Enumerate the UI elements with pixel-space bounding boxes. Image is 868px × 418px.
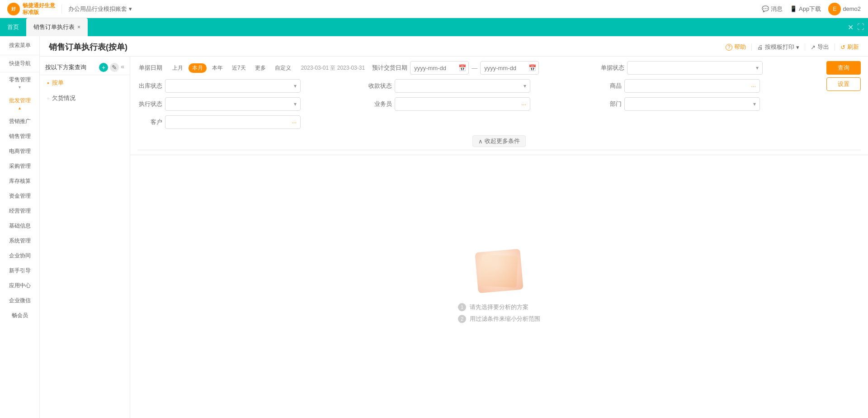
system-label: 系统管理 <box>9 237 31 245</box>
window-close-btn[interactable]: ✕ <box>848 23 854 32</box>
app-download-btn[interactable]: 📱 App下载 <box>790 5 821 13</box>
scheme-item-order[interactable]: ● 按单 <box>40 75 130 90</box>
date-tab-more[interactable]: 更多 <box>251 63 269 73</box>
sidebar-item-appcenter[interactable]: 应用中心 <box>0 278 39 293</box>
sidebar-item-inventory[interactable]: 库存核算 <box>0 174 39 189</box>
scheme-edit-btn[interactable]: ✎ <box>110 63 119 72</box>
tab-close-icon[interactable]: × <box>77 24 80 30</box>
sidebar-search[interactable]: 搜索菜单 <box>0 36 39 55</box>
window-max-btn[interactable]: ⛶ <box>857 23 864 31</box>
receipt-caret: ▾ <box>524 83 526 89</box>
settings-button[interactable]: 设置 <box>826 77 861 91</box>
scheme-item-debt-icon: ○ <box>47 96 49 100</box>
divider-1 <box>751 43 752 51</box>
scheme-item-order-label: 按单 <box>52 79 64 87</box>
receipt-group: 收款状态 ▾ <box>367 79 590 93</box>
refresh-icon: ↺ <box>840 44 845 51</box>
top-bar-right: 💬 消息 📱 App下载 E demo2 <box>762 3 861 15</box>
print-caret-icon: ▾ <box>796 44 799 51</box>
tab-home[interactable]: 首页 <box>0 18 26 36</box>
expected-date-start-wrapper: 📅 <box>410 61 469 75</box>
sidebar-item-marketing[interactable]: 营销推广 <box>0 114 39 129</box>
corpwechat-label: 企业微信 <box>9 297 31 304</box>
sidebar-item-vip[interactable]: 畅会员 <box>0 308 39 323</box>
date-tab-custom[interactable]: 自定义 <box>271 63 295 73</box>
vip-label: 畅会员 <box>12 312 28 319</box>
sidebar-item-finance[interactable]: 资金管理 <box>0 189 39 204</box>
sidebar-quick-nav[interactable]: 快捷导航 <box>0 55 39 72</box>
sidebar-item-ecommerce[interactable]: 电商管理 <box>0 144 39 159</box>
exec-group: 执行状态 ▾ <box>137 97 360 111</box>
sidebar-item-basic[interactable]: 基础信息 <box>0 218 39 233</box>
date-tab-7days[interactable]: 近7天 <box>228 63 250 73</box>
collapse-btn[interactable]: ∧ 收起更多条件 <box>472 135 526 147</box>
scheme-title: 按以下方案查询 <box>45 63 86 71</box>
inventory-label: 库存核算 <box>9 177 31 185</box>
appcenter-label: 应用中心 <box>9 282 31 290</box>
sidebar-search-label[interactable]: 搜索菜单 <box>2 40 38 51</box>
sidebar-item-purchase[interactable]: 采购管理 <box>0 159 39 174</box>
message-btn[interactable]: 💬 消息 <box>762 5 783 13</box>
sidebar-item-retail[interactable]: 零售管理 ▾ <box>0 72 39 93</box>
quick-nav-label[interactable]: 快捷导航 <box>0 57 39 70</box>
sidebar-item-newbie[interactable]: 新手引导 <box>0 263 39 278</box>
dept-label: 部门 <box>597 100 622 108</box>
date-tab-this-year[interactable]: 本年 <box>208 63 226 73</box>
customer-select[interactable]: ··· <box>165 115 301 129</box>
ecommerce-label: 电商管理 <box>9 147 31 155</box>
scheme-actions: + ✎ « <box>99 63 124 72</box>
print-btn[interactable]: 🖨 按模板打印 ▾ <box>757 43 799 51</box>
page-title: 销售订单执行表(按单) <box>49 42 127 52</box>
goods-label: 商品 <box>597 82 622 90</box>
sidebar-item-operation[interactable]: 经营管理 <box>0 204 39 218</box>
user-avatar-area[interactable]: E demo2 <box>828 3 861 15</box>
sidebar-item-enterprise[interactable]: 企业协同 <box>0 248 39 263</box>
industry-selector[interactable]: 办公用品行业模拟账套 ▾ <box>68 5 132 13</box>
wholesale-label: 批发管理 <box>9 97 31 104</box>
date-filter-group: 单据日期 上月 本月 本年 近7天 更多 自定义 <box>137 63 365 73</box>
tab-sales-order[interactable]: 销售订单执行表 × <box>26 18 88 36</box>
date-tab-this-month[interactable]: 本月 <box>189 63 207 73</box>
exec-select[interactable]: ▾ <box>165 97 301 111</box>
expected-date-label: 预计交货日期 <box>372 64 407 72</box>
sidebar-item-corpwechat[interactable]: 企业微信 <box>0 293 39 308</box>
sidebar-item-sales[interactable]: 销售管理 <box>0 129 39 144</box>
goods-select[interactable]: ··· <box>624 79 760 93</box>
sidebar-item-wholesale[interactable]: 批发管理 ▴ <box>0 93 39 114</box>
query-button[interactable]: 查询 <box>826 61 861 75</box>
scheme-item-order-icon: ● <box>47 81 49 85</box>
operation-label: 经营管理 <box>9 207 31 215</box>
salesperson-select[interactable]: ··· <box>395 97 530 111</box>
scheme-header: 按以下方案查询 + ✎ « <box>40 60 130 75</box>
receipt-select[interactable]: ▾ <box>395 79 530 93</box>
scheme-item-debt[interactable]: ○ 欠货情况 <box>40 90 130 106</box>
scheme-collapse-btn[interactable]: « <box>121 63 124 72</box>
customer-dots: ··· <box>292 119 297 126</box>
logo-text: 畅捷通好生意 标准版 <box>23 2 55 15</box>
main-layout: 搜索菜单 快捷导航 零售管理 ▾ 批发管理 ▴ 营销推广 销售管理 电商管理 采… <box>0 36 868 418</box>
bill-status-caret: ▾ <box>756 65 759 71</box>
bill-status-select[interactable]: ▾ <box>627 61 763 75</box>
export-icon: ↗ <box>811 44 816 51</box>
outbound-group: 出库状态 ▾ <box>137 79 360 93</box>
sidebar-item-system[interactable]: 系统管理 <box>0 233 39 248</box>
date-tab-last-month[interactable]: 上月 <box>169 63 187 73</box>
finance-label: 资金管理 <box>9 192 31 200</box>
dropdown-icon: ▾ <box>129 5 132 12</box>
collapse-bar: ∧ 收起更多条件 <box>137 133 861 150</box>
logo-icon: 好 <box>7 3 20 15</box>
collapse-icon: ∧ <box>478 138 483 145</box>
tab-bar: 首页 销售订单执行表 × ✕ ⛶ <box>0 18 868 36</box>
export-btn[interactable]: ↗ 导出 <box>811 43 829 51</box>
empty-tips: 1 请先选择要分析的方案 2 用过滤条件来缩小分析范围 <box>458 303 540 323</box>
goods-dots: ··· <box>751 83 756 90</box>
message-icon: 💬 <box>762 5 769 12</box>
content-inner: 按以下方案查询 + ✎ « ● 按单 ○ 欠货情况 <box>40 57 868 418</box>
page-header: 销售订单执行表(按单) ? 帮助 🖨 按模板打印 ▾ ↗ 导出 <box>40 36 868 57</box>
outbound-select[interactable]: ▾ <box>165 79 301 93</box>
help-btn[interactable]: ? 帮助 <box>726 43 746 51</box>
scheme-add-btn[interactable]: + <box>99 63 108 72</box>
enterprise-label: 企业协同 <box>9 252 31 260</box>
dept-select[interactable]: ▾ <box>624 97 760 111</box>
refresh-btn[interactable]: ↺ 刷新 <box>840 43 859 51</box>
